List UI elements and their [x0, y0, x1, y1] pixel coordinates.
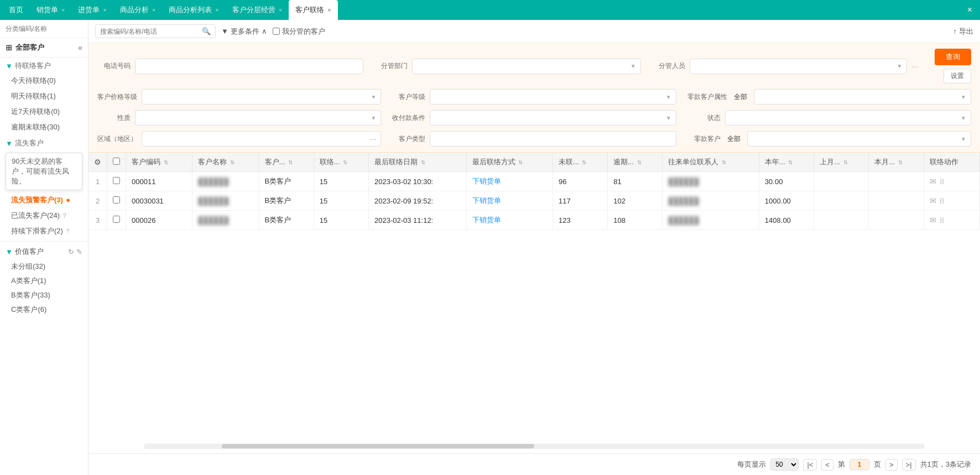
th-this-year[interactable]: 本年... ⇅ — [759, 153, 814, 172]
scroll-track[interactable] — [144, 443, 925, 449]
next-page-btn[interactable]: > — [885, 459, 898, 471]
row-checkbox[interactable] — [107, 172, 126, 191]
payment-select[interactable]: ▼ — [430, 110, 676, 126]
prev-page-btn[interactable]: < — [821, 459, 833, 471]
query-button[interactable]: 查询 — [935, 49, 971, 65]
per-page-select[interactable]: 50 100 200 — [770, 458, 799, 471]
sidebar-group-lost[interactable]: ▼ 流失客户 — [0, 135, 88, 150]
chevron-down-icon: ∧ — [262, 27, 267, 35]
tab-sales-order[interactable]: 销货单 × — [30, 0, 71, 20]
sidebar-item-class-c[interactable]: C类客户(6) — [0, 302, 88, 317]
message-icon[interactable]: ✉ — [930, 216, 936, 225]
arrow-icon: ▼ — [6, 139, 13, 148]
th-last-month[interactable]: 上月... ⇅ — [814, 153, 869, 172]
close-icon[interactable]: × — [279, 7, 282, 13]
th-checkbox[interactable] — [107, 153, 126, 172]
sidebar-item-today[interactable]: 今天待联络(0) — [0, 73, 88, 88]
tab-product-analysis[interactable]: 商品分析 × — [113, 0, 162, 20]
th-this-month[interactable]: 本月... ⇅ — [869, 153, 924, 172]
sidebar-item-class-a[interactable]: A类客户(1) — [0, 274, 88, 288]
th-name[interactable]: 客户名称 ⇅ — [192, 153, 259, 172]
customer-type-select[interactable] — [430, 131, 676, 147]
sidebar-item-unclassified[interactable]: 未分组(32) — [0, 259, 88, 274]
tab-bar-close-btn[interactable]: × — [962, 5, 978, 15]
row-checkbox[interactable] — [107, 211, 126, 230]
zero-attr-select[interactable]: ▼ — [754, 89, 971, 105]
zero-customer-select[interactable]: ▼ — [747, 131, 971, 147]
sidebar-item-lost-preview[interactable]: 流失预警客户(3) ● — [0, 192, 88, 208]
tab-customer-contact[interactable]: 客户联络 × — [289, 0, 337, 20]
sidebar-item-already-lost[interactable]: 已流失客户(24) ? — [0, 208, 88, 223]
sidebar-item-class-b[interactable]: B类客户(33) — [0, 288, 88, 302]
gear-icon[interactable]: ⚙ — [94, 158, 101, 166]
sidebar-item-overdue[interactable]: 逾期未联络(30) — [0, 119, 88, 135]
page-input[interactable] — [849, 459, 869, 470]
sidebar-group-pending[interactable]: ▼ 待联络客户 — [0, 58, 88, 73]
tab-home[interactable]: 首页 — [2, 0, 30, 20]
region-select[interactable]: ··· — [142, 131, 381, 147]
search-input[interactable] — [100, 28, 200, 35]
message-icon[interactable]: ✉ — [930, 196, 936, 205]
more-options-icon[interactable]: ··· — [911, 62, 918, 71]
my-customers-checkbox[interactable] — [273, 28, 280, 35]
collapse-btn[interactable]: « — [78, 43, 82, 52]
close-icon[interactable]: × — [327, 7, 331, 13]
scroll-thumb[interactable] — [222, 444, 534, 448]
last-page-btn[interactable]: >| — [902, 459, 916, 471]
row-name: ██████ — [192, 191, 259, 211]
th-not-contacted[interactable]: 未联... ⇅ — [553, 153, 608, 172]
th-last-contact-method[interactable]: 最后联络方式 ⇅ — [466, 153, 552, 172]
th-contact-num[interactable]: 联络... ⇅ — [314, 153, 368, 172]
th-settings[interactable]: ⚙ — [88, 153, 107, 172]
filter-status: 状态 ▼ — [687, 110, 971, 126]
tab-customer-segmentation[interactable]: 客户分层经营 × — [226, 0, 289, 20]
th-category[interactable]: 客户... ⇅ — [259, 153, 314, 172]
filter-customer-type: 客户类型 — [392, 131, 676, 147]
row-last-contact-method[interactable]: 下销货单 — [466, 172, 552, 191]
more-icon[interactable]: ⁞⁞ — [940, 216, 944, 225]
message-icon[interactable]: ✉ — [930, 177, 936, 186]
first-page-btn[interactable]: |< — [803, 459, 817, 471]
sidebar-all-customers-header[interactable]: ⊞ 全部客户 « — [0, 38, 88, 58]
close-icon[interactable]: × — [152, 7, 155, 13]
region-more-icon[interactable]: ··· — [370, 134, 377, 143]
select-all-checkbox[interactable] — [113, 158, 120, 165]
table-row: 3 000026 ██████ B类客户 15 2023-02-03 11:12… — [88, 211, 980, 230]
more-icon[interactable]: ⁞⁞ — [940, 177, 944, 186]
th-overdue[interactable]: 逾期... ⇅ — [608, 153, 663, 172]
row-checkbox[interactable] — [107, 191, 126, 211]
price-level-select[interactable]: ▼ — [142, 89, 381, 105]
th-contact-person[interactable]: 往来单位联系人 ⇅ — [663, 153, 759, 172]
refresh-icon[interactable]: ↻ — [68, 248, 74, 256]
settings-button[interactable]: 设置 — [943, 69, 971, 83]
th-last-contact-date[interactable]: 最后联络日期 ⇅ — [368, 153, 466, 172]
more-conditions-btn[interactable]: ▼ 更多条件 ∧ — [221, 27, 267, 36]
level-select[interactable]: ▼ — [430, 89, 676, 105]
row-last-contact-method[interactable]: 下销货单 — [466, 211, 552, 230]
row-last-contact-method[interactable]: 下销货单 — [466, 191, 552, 211]
close-icon[interactable]: × — [215, 7, 218, 13]
arrow-icon: ▼ — [6, 62, 13, 70]
tab-product-analysis-list[interactable]: 商品分析列表 × — [162, 0, 225, 20]
sidebar-item-week[interactable]: 近7天待联络(0) — [0, 104, 88, 119]
sidebar-item-tomorrow[interactable]: 明天待联络(1) — [0, 88, 88, 104]
gender-select[interactable]: ▼ — [135, 110, 381, 126]
th-code[interactable]: 客户编码 ⇅ — [126, 153, 192, 172]
sidebar-search-input[interactable] — [6, 25, 88, 33]
filter-toolbar: 🔍 ▼ 更多条件 ∧ 我分管的客户 ↑ 导出 — [88, 20, 980, 43]
sidebar-item-persistent-decline[interactable]: 持续下滑客户(2) ? — [0, 223, 88, 239]
manager-select[interactable]: ▼ — [690, 59, 908, 74]
phone-input[interactable] — [135, 59, 363, 74]
status-select[interactable]: ▼ — [725, 110, 971, 126]
row-last-contact-date: 2023-02-03 11:12: — [368, 211, 466, 230]
close-icon[interactable]: × — [61, 7, 65, 13]
my-customers-checkbox-label[interactable]: 我分管的客户 — [273, 27, 325, 36]
tab-purchase-order[interactable]: 进货单 × — [71, 0, 113, 20]
more-icon[interactable]: ⁞⁞ — [940, 196, 944, 205]
search-execute-icon[interactable]: 🔍 — [202, 27, 211, 35]
edit-icon[interactable]: ✎ — [76, 248, 82, 256]
close-icon[interactable]: × — [103, 7, 106, 13]
row-actions: ✉ ⁞⁞ — [924, 191, 979, 211]
dept-select[interactable]: ▼ — [412, 59, 640, 74]
export-btn[interactable]: ↑ 导出 — [953, 27, 974, 36]
